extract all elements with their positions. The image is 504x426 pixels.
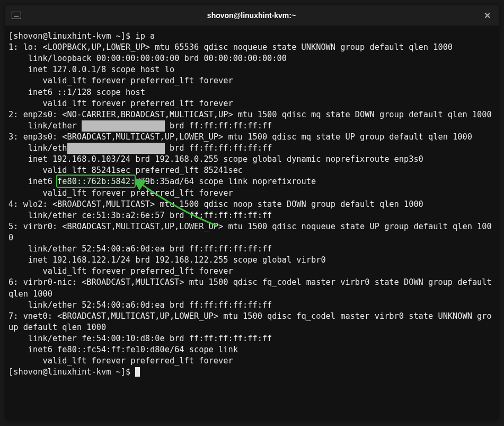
output-line: inet6 fe80::fc54:ff:fe10:d80e/64 scope l… <box>8 345 238 354</box>
close-button[interactable]: ✕ <box>482 11 492 21</box>
output-line: link/eth <box>8 143 67 153</box>
output-line: valid_lft 85241sec preferred_lft 85241se… <box>8 166 243 175</box>
output-line: 4: wlo2: <BROADCAST,MULTICAST> mtu 1500 … <box>8 199 423 209</box>
output-line: link/loopback 00:00:00:00:00:00 brd 00:0… <box>8 54 287 63</box>
output-line: link/ether ce:51:3b:a2:6e:57 brd ff:ff:f… <box>8 211 272 220</box>
output-line: 1: lo: <LOOPBACK,UP,LOWER_UP> mtu 65536 … <box>8 42 453 52</box>
output-line: inet 127.0.0.1/8 scope host lo <box>8 65 174 74</box>
output-line: brd ff:ff:ff:ff:ff:ff <box>165 121 272 131</box>
output-line: valid_lft forever preferred_lft forever <box>8 266 233 276</box>
output-line: valid_lft forever preferred_lft forever <box>8 356 233 366</box>
output-line: valid_lft forever preferred_lft forever <box>8 188 233 198</box>
output-line: 2: enp2s0: <NO-CARRIER,BROADCAST,MULTICA… <box>8 110 492 119</box>
terminal-window: shovon@linuxhint-kvm:~ ✕ [shovon@linuxhi… <box>5 5 499 421</box>
output-line: 5: virbr0: <BROADCAST,MULTICAST,UP,LOWER… <box>8 222 492 242</box>
output-line: brd ff:ff:ff:ff:ff:ff <box>165 143 272 153</box>
cursor <box>135 367 140 377</box>
output-line: inet 192.168.122.1/24 brd 192.168.122.25… <box>8 255 326 265</box>
terminal-icon <box>12 12 21 19</box>
output-line: link/ether 52:54:00:a6:0d:ea brd ff:ff:f… <box>8 300 272 310</box>
output-line: 6: virbr0-nic: <BROADCAST,MULTICAST> mtu… <box>8 277 497 298</box>
output-line: link/ether fe:54:00:10:d8:0e brd ff:ff:f… <box>8 334 272 343</box>
output-line: inet6 fe80::762b:5842:d79b:35ad/64 scope… <box>8 177 316 186</box>
output-line: 7: vnet0: <BROADCAST,MULTICAST,UP,LOWER_… <box>8 311 492 332</box>
terminal-content[interactable]: [shovon@linuxhint-kvm ~]$ ip a 1: lo: <L… <box>5 25 499 417</box>
output-line: 3: enp3s0: <BROADCAST,MULTICAST,UP,LOWER… <box>8 132 472 142</box>
output-line: inet6 ::1/128 scope host <box>8 88 145 97</box>
output-line: valid_lft forever preferred_lft forever <box>8 99 233 108</box>
window-title: shovon@linuxhint-kvm:~ <box>207 11 296 20</box>
output-line: link/ether 52:54:00:a6:0d:ea brd ff:ff:f… <box>8 244 272 254</box>
command: ip a <box>135 31 155 41</box>
titlebar[interactable]: shovon@linuxhint-kvm:~ ✕ <box>5 5 499 25</box>
prompt: [shovon@linuxhint-kvm ~]$ <box>8 367 135 377</box>
output-line: valid_lft forever preferred_lft forever <box>8 76 233 85</box>
redacted-mac <box>82 120 165 132</box>
redacted-mac <box>67 143 165 154</box>
output-line: inet 192.168.0.103/24 brd 192.168.0.255 … <box>8 154 423 164</box>
output-line: link/ether <box>8 121 82 131</box>
prompt: [shovon@linuxhint-kvm ~]$ <box>8 31 135 41</box>
